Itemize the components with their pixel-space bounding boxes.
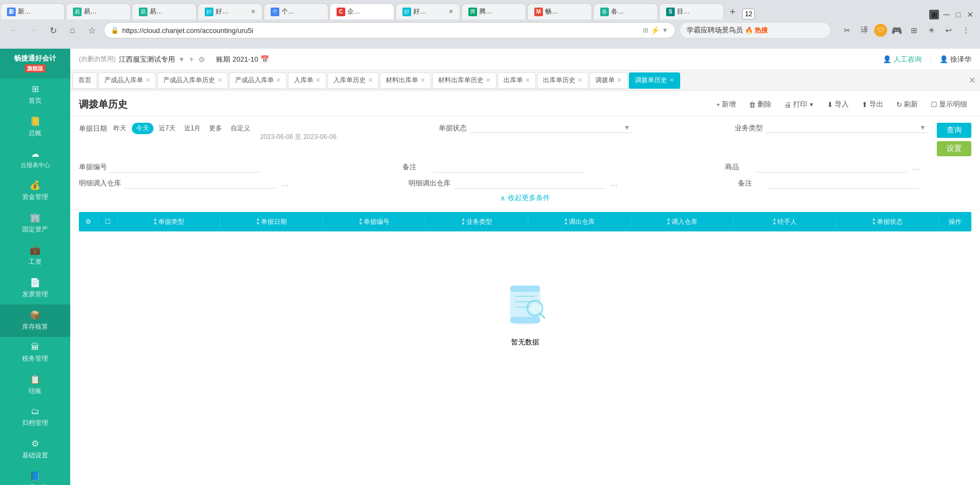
date-btn-today[interactable]: 今天 (132, 123, 153, 134)
tab-transfer-close[interactable]: ✕ (617, 77, 622, 84)
menu-button[interactable]: ⋮ (958, 23, 974, 38)
tab4-close-icon[interactable]: ✕ (247, 8, 256, 15)
sidebar-item-wages[interactable]: 💼 工资 (0, 240, 70, 272)
tab-in-order-close[interactable]: ✕ (316, 77, 320, 84)
maximize-button[interactable]: □ (954, 10, 963, 19)
close-all-tab-button[interactable]: ✕ (969, 75, 980, 85)
th-doc-number[interactable]: ▲▼ 单据编号 (323, 217, 426, 227)
browser-tab-11[interactable]: S 目… (659, 3, 724, 19)
new-tab-button[interactable]: + (725, 4, 740, 19)
user-button[interactable]: 👤 徐泽华 (939, 55, 971, 64)
sidebar-item-finance[interactable]: 💰 资金管理 (0, 175, 70, 207)
tab-transfer-history-close[interactable]: ✕ (669, 77, 674, 84)
display-toggle-button[interactable]: ☐ 显示明细 (927, 97, 971, 111)
page-tab-out-history[interactable]: 出库单历史 ✕ (537, 72, 588, 89)
bookmark-button[interactable]: ☆ (84, 23, 99, 38)
sidebar-logo[interactable]: 畅捷通好会计 旗舰版 (0, 49, 70, 78)
browser-tab-2[interactable]: 易 易… (66, 3, 131, 19)
delete-button[interactable]: 🗑 删除 (744, 97, 776, 111)
transfer-out-ellipsis-icon[interactable]: … (610, 179, 618, 188)
new-button[interactable]: + 新增 (712, 97, 741, 111)
page-tab-product-in[interactable]: 产成品入库单 ✕ (98, 72, 156, 89)
url-bar[interactable]: 🔒 https://cloud.chanjet.com/accounting/u… (104, 22, 675, 38)
page-tab-transfer[interactable]: 调拨单 ✕ (589, 72, 628, 89)
transfer-out-input[interactable] (454, 178, 605, 189)
tab7-close-icon[interactable]: ✕ (445, 8, 453, 15)
company-selector[interactable]: (勿删勿禁用) 江西服宝测试专用 ▼ (79, 55, 185, 64)
refresh-button[interactable]: ↻ 刷新 (892, 97, 922, 111)
goods-input[interactable] (755, 162, 907, 172)
select-all-checkbox[interactable]: ☐ (105, 218, 111, 225)
browser-tab-6[interactable]: C 企… (330, 3, 394, 19)
date-btn-7days[interactable]: 近7天 (156, 123, 179, 134)
date-btn-custom[interactable]: 自定义 (227, 123, 253, 134)
page-tab-product-in2[interactable]: 产成品入库单 ✕ (229, 72, 287, 89)
th-doc-date[interactable]: ▲▼ 单据日期 (220, 217, 323, 227)
date-btn-more[interactable]: 更多 (206, 123, 225, 134)
sidebar-item-inventory[interactable]: 📦 库存核算 (0, 304, 70, 337)
extension1-button[interactable]: 🛡 (874, 24, 887, 37)
settings-button[interactable]: 设置 (937, 141, 971, 156)
transfer-in-ellipsis-icon[interactable]: … (281, 179, 288, 188)
service-button[interactable]: 👤 人工咨询 (883, 55, 922, 64)
company-settings-button[interactable]: ⚙ (198, 55, 205, 64)
translate-tool-button[interactable]: 译 (857, 23, 872, 38)
sidebar-item-assets[interactable]: 🏢 固定资产 (0, 207, 70, 240)
page-tab-in-order[interactable]: 入库单 ✕ (288, 72, 326, 89)
transfer-in-input[interactable] (124, 178, 276, 189)
back-button[interactable]: ← (6, 23, 22, 38)
sidebar-item-reports[interactable]: ☁ 云报表中心 (0, 143, 70, 175)
tab-grid-icon[interactable]: ⊞ (929, 10, 939, 19)
th-doc-type[interactable]: ▲▼ 单据类型 (118, 217, 220, 227)
grid-apps-button[interactable]: ⊞ (907, 23, 922, 38)
biztype-select[interactable]: ▼ (766, 123, 928, 133)
doc-number-input[interactable] (110, 162, 261, 172)
th-handler[interactable]: ▲▼ 经手人 (734, 217, 836, 227)
th-transfer-out[interactable]: ▲▼ 调出仓库 (528, 217, 631, 227)
browser-tab-8[interactable]: 腾 腾… (461, 3, 526, 19)
url-dropdown-icon[interactable]: ▼ (662, 26, 668, 34)
company-dropdown-icon[interactable]: ▼ (178, 56, 185, 63)
browser-tab-7[interactable]: 好 好… ✕ (395, 3, 460, 19)
th-biz-type[interactable]: ▲▼ 业务类型 (426, 217, 528, 227)
browser-tab-9[interactable]: M 畅… (527, 3, 592, 19)
forward-button[interactable]: → (26, 23, 41, 38)
extension2-button[interactable]: 🎮 (889, 23, 904, 38)
tab-in-history-close[interactable]: ✕ (368, 77, 373, 84)
home-button[interactable]: ⌂ (65, 23, 80, 38)
sidebar-item-tax[interactable]: 🏛 税务管理 (0, 337, 70, 369)
page-tab-transfer-history[interactable]: 调拨单历史 ✕ (629, 72, 680, 89)
sidebar-item-home[interactable]: ⊞ 首页 (0, 78, 70, 111)
tab-out-order-close[interactable]: ✕ (525, 77, 530, 84)
remark-input[interactable] (433, 162, 584, 172)
minimize-button[interactable]: ─ (941, 10, 951, 19)
th-gear[interactable]: ⚙ (79, 218, 98, 225)
reload-button[interactable]: ↻ (45, 23, 61, 38)
tab-out-history-close[interactable]: ✕ (578, 77, 582, 84)
page-tab-product-in-history[interactable]: 产成品入库单历史 ✕ (157, 72, 228, 89)
collapse-button[interactable]: ∧ 收起更多条件 (500, 193, 550, 203)
goods-ellipsis-icon[interactable]: … (912, 163, 919, 171)
sidebar-item-closing[interactable]: 📋 结账 (0, 369, 70, 401)
status-select[interactable]: ▼ (470, 123, 632, 133)
th-checkbox[interactable]: ☐ (98, 218, 118, 225)
sidebar-item-archive[interactable]: 🗂 归档管理 (0, 401, 70, 433)
page-tab-material-out-history[interactable]: 材料出库单历史 ✕ (432, 72, 496, 89)
tab-material-out-close[interactable]: ✕ (420, 77, 425, 84)
calendar-icon[interactable]: 📅 (260, 55, 269, 63)
page-tab-out-order[interactable]: 出库单 ✕ (498, 72, 536, 89)
th-doc-status[interactable]: ▲▼ 单据状态 (836, 217, 939, 227)
export-button[interactable]: ⬆ 导出 (857, 97, 888, 111)
close-window-button[interactable]: ✕ (965, 10, 976, 19)
date-btn-1month[interactable]: 近1月 (181, 123, 204, 134)
browser-tab-5[interactable]: 个 个… (264, 3, 328, 19)
browser-tab-3[interactable]: 易 易… (132, 3, 197, 19)
browser-grid-icon[interactable]: ⊞ (643, 26, 648, 34)
browser-tab-1[interactable]: 新 新… (0, 3, 65, 19)
print-button[interactable]: 🖨 打印 ▼ (780, 97, 818, 111)
page-tab-in-history[interactable]: 入库单历史 ✕ (327, 72, 379, 89)
tab-product-in-history-close[interactable]: ✕ (217, 77, 222, 84)
browser-tab-4[interactable]: 好 好… ✕ (198, 3, 263, 19)
th-transfer-in[interactable]: ▲▼ 调入仓库 (631, 217, 734, 227)
date-btn-yesterday[interactable]: 昨天 (110, 123, 130, 134)
